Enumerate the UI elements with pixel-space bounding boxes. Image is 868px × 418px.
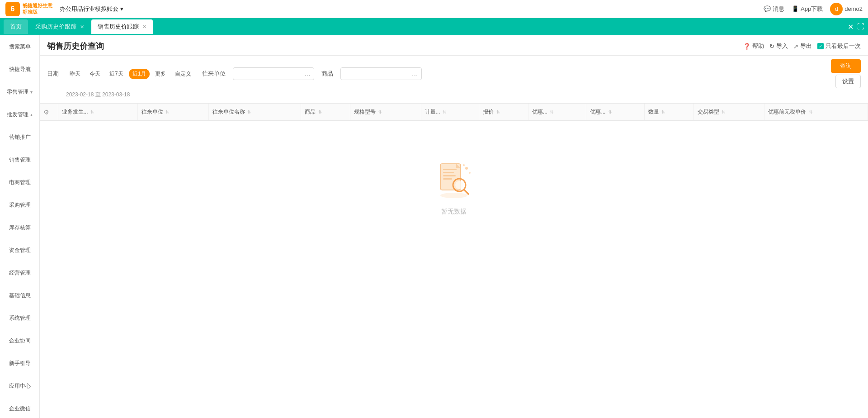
maximize-icon[interactable]: ⛶ <box>857 23 864 31</box>
sort-goods-icon[interactable]: ⇅ <box>318 109 322 114</box>
message-icon: 💬 <box>764 5 771 12</box>
th-trade-type: 交易类型 ⇅ <box>693 104 764 121</box>
sidebar-item-search-menu[interactable]: 搜索菜单 <box>0 35 39 58</box>
wholesale-mgmt-label: 批发管理 <box>7 111 28 119</box>
sort-discount2-icon[interactable]: ⇅ <box>608 109 612 114</box>
sidebar-item-wholesale-mgmt[interactable]: 批发管理 ▴ <box>0 103 39 126</box>
tab-sales-close-icon[interactable]: ✕ <box>142 24 146 30</box>
sort-quote-icon[interactable]: ⇅ <box>496 109 500 114</box>
sidebar-item-quick-nav[interactable]: 快捷导航 <box>0 58 39 81</box>
svg-point-10 <box>469 172 471 174</box>
close-all-tabs-icon[interactable]: ✕ <box>848 23 854 31</box>
date-pill-custom[interactable]: 自定义 <box>171 69 195 79</box>
sales-mgmt-label: 销售管理 <box>9 156 31 164</box>
date-pill-yesterday[interactable]: 昨天 <box>66 69 84 79</box>
sidebar-item-system[interactable]: 系统管理 <box>0 307 39 329</box>
sidebar-item-ops[interactable]: 经营管理 <box>0 261 39 284</box>
sidebar-item-app-center[interactable]: 应用中心 <box>0 375 39 397</box>
sort-trade-type-icon[interactable]: ⇅ <box>722 109 725 114</box>
retail-mgmt-label: 零售管理 <box>7 88 28 96</box>
retail-mgmt-arrow-icon: ▾ <box>30 90 33 95</box>
sidebar-item-marketing[interactable]: 营销推广 <box>0 126 39 148</box>
help-btn[interactable]: ❓ 帮助 <box>743 42 764 50</box>
sidebar: 搜索菜单 快捷导航 零售管理 ▾ 批发管理 ▴ 营销推广 销售管理 电商管理 采… <box>0 35 40 418</box>
sort-no-tax-price-icon[interactable]: ⇅ <box>809 109 812 114</box>
svg-rect-3 <box>443 172 454 173</box>
app-download-btn[interactable]: 📱 App下载 <box>792 5 823 13</box>
filter-section: 日期 昨天 今天 近7天 近1月 更多 自定义 往来单位 ... 商品 <box>40 56 868 104</box>
th-biz-date: 业务发生... ⇅ <box>58 104 138 121</box>
export-icon: ↗ <box>793 43 798 50</box>
tab-sales-label: 销售历史价跟踪 <box>98 23 139 31</box>
sidebar-item-enterprise-wechat[interactable]: 企业微信 <box>0 397 39 418</box>
app-selector[interactable]: 办公用品行业模拟账套 ▾ <box>56 3 127 15</box>
import-btn[interactable]: ↻ 导入 <box>769 42 788 50</box>
svg-rect-4 <box>443 175 456 176</box>
content-area: 销售历史价查询 ❓ 帮助 ↻ 导入 ↗ 导出 ✓ 只看最后一次 <box>40 35 868 418</box>
only-last-checkbox-label[interactable]: ✓ 只看最后一次 <box>817 42 861 50</box>
sidebar-item-retail-mgmt[interactable]: 零售管理 ▾ <box>0 81 39 103</box>
tab-home[interactable]: 首页 <box>4 19 28 34</box>
date-pill-7days[interactable]: 近7天 <box>106 69 127 79</box>
empty-state: 暂无数据 <box>40 121 868 252</box>
only-last-checkbox[interactable]: ✓ <box>817 43 824 49</box>
filter-line2: 2023-02-18 至 2023-03-18 <box>47 91 861 99</box>
sidebar-item-inventory[interactable]: 库存核算 <box>0 216 39 239</box>
sort-unit-icon[interactable]: ⇅ <box>443 109 446 114</box>
sidebar-item-purchase[interactable]: 采购管理 <box>0 194 39 216</box>
tab-purchase-label: 采购历史价跟踪 <box>35 23 76 31</box>
sidebar-item-sales-mgmt[interactable]: 销售管理 <box>0 148 39 171</box>
th-no-tax-price: 优惠前无税单价 ⇅ <box>764 104 868 121</box>
avatar: d <box>830 3 843 15</box>
sidebar-item-ecommerce[interactable]: 电商管理 <box>0 171 39 194</box>
settings-button[interactable]: 设置 <box>835 75 861 88</box>
svg-point-0 <box>440 193 467 198</box>
enterprise-collab-label: 企业协同 <box>9 337 31 345</box>
goods-input[interactable]: ... <box>340 67 422 80</box>
table-header-row: ⚙ 业务发生... ⇅ 往来单位 ⇅ 往来单位名称 ⇅ <box>40 104 868 121</box>
wholesale-mgmt-arrow-icon: ▴ <box>30 112 33 117</box>
date-range-text: 2023-02-18 至 2023-03-18 <box>66 91 130 99</box>
th-discount2: 优惠... ⇅ <box>586 104 645 121</box>
empty-illustration <box>431 157 476 202</box>
sort-spec-icon[interactable]: ⇅ <box>378 109 382 114</box>
gear-icon[interactable]: ⚙ <box>43 109 49 116</box>
sidebar-item-basic-info[interactable]: 基础信息 <box>0 284 39 307</box>
th-gear: ⚙ <box>40 104 58 121</box>
message-btn[interactable]: 💬 消息 <box>764 5 784 13</box>
tab-purchase-close-icon[interactable]: ✕ <box>80 24 84 30</box>
enterprise-wechat-label: 企业微信 <box>9 405 31 413</box>
ecommerce-label: 电商管理 <box>9 179 31 186</box>
goods-dots-icon[interactable]: ... <box>412 70 418 78</box>
sort-discount1-icon[interactable]: ⇅ <box>550 109 553 114</box>
th-quote: 报价 ⇅ <box>479 104 528 121</box>
sidebar-item-enterprise-collab[interactable]: 企业协同 <box>0 329 39 352</box>
date-pill-today[interactable]: 今天 <box>86 69 104 79</box>
empty-svg-icon <box>431 157 476 202</box>
sort-quantity-icon[interactable]: ⇅ <box>661 109 665 114</box>
date-pill-more[interactable]: 更多 <box>151 69 170 79</box>
date-pill-1month[interactable]: 近1月 <box>129 69 150 79</box>
ops-label: 经营管理 <box>9 269 31 277</box>
th-counterpart-name: 往来单位名称 ⇅ <box>208 104 301 121</box>
svg-point-11 <box>463 164 465 166</box>
svg-point-7 <box>455 181 463 189</box>
sidebar-item-finance[interactable]: 资金管理 <box>0 239 39 261</box>
export-btn[interactable]: ↗ 导出 <box>793 42 812 50</box>
empty-text: 暂无数据 <box>441 208 467 216</box>
counterpart-input[interactable]: ... <box>233 67 314 80</box>
tab-sales-history[interactable]: 销售历史价跟踪 ✕ <box>91 19 153 34</box>
query-button[interactable]: 查询 <box>831 59 861 73</box>
sort-counterpart-name-icon[interactable]: ⇅ <box>247 109 251 114</box>
counterpart-label: 往来单位 <box>202 70 226 78</box>
svg-rect-5 <box>443 178 452 180</box>
tab-purchase-history[interactable]: 采购历史价跟踪 ✕ <box>29 19 90 34</box>
sort-biz-date-icon[interactable]: ⇅ <box>90 109 94 114</box>
th-discount1: 优惠... ⇅ <box>528 104 586 121</box>
user-menu-btn[interactable]: d demo2 <box>830 3 863 15</box>
sort-counterpart-code-icon[interactable]: ⇅ <box>165 109 169 114</box>
header-left: 6 畅捷通好生意 标准版 办公用品行业模拟账套 ▾ <box>5 2 127 16</box>
sidebar-item-new-guide[interactable]: 新手引导 <box>0 352 39 375</box>
search-menu-label: 搜索菜单 <box>9 43 31 51</box>
counterpart-dots-icon[interactable]: ... <box>304 70 310 78</box>
